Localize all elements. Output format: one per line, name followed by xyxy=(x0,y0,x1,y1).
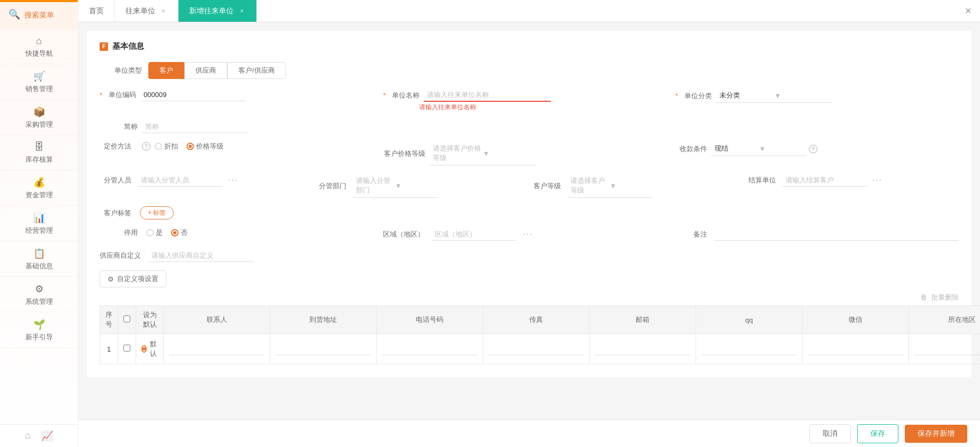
cancel-button[interactable]: 取消 xyxy=(809,424,851,443)
add-tag-button[interactable]: + 标签 xyxy=(140,206,174,220)
gear-small-icon: ⚙ xyxy=(108,275,114,283)
row-address-input[interactable] xyxy=(275,343,371,355)
settlement-unit-input[interactable] xyxy=(782,174,867,187)
sidebar-item-label: 系统管理 xyxy=(25,297,53,306)
sidebar-item-purchase[interactable]: 📦 采购管理 xyxy=(0,100,78,135)
remark-input[interactable] xyxy=(715,228,959,241)
tab-new-partner-close[interactable]: × xyxy=(238,6,246,16)
tab-partners[interactable]: 往来单位 × xyxy=(115,0,179,22)
row-region-cell xyxy=(909,334,981,364)
col-contact: 联系人 xyxy=(164,306,270,334)
form-row-5: 客户标签 + 标签 xyxy=(100,206,959,220)
chevron-down-icon-5: ▼ xyxy=(610,182,649,190)
col-wechat: 微信 xyxy=(803,306,909,334)
tab-close-all-button[interactable]: ✕ xyxy=(956,0,980,22)
gear-icon: ⚙ xyxy=(35,283,43,295)
manager-more-btn[interactable]: ··· xyxy=(225,176,241,185)
row-default-radio[interactable]: 默认 xyxy=(141,339,158,358)
sidebar-item-basic-info[interactable]: 📋 基础信息 xyxy=(0,241,78,277)
row-checkbox[interactable] xyxy=(123,345,130,352)
radio-dot-discount xyxy=(155,143,162,150)
row-fax-input[interactable] xyxy=(488,343,584,355)
row-contact-input[interactable] xyxy=(169,343,264,355)
chevron-down-icon-2: ▼ xyxy=(483,150,532,157)
col-address: 到货地址 xyxy=(270,306,377,334)
unit-btn-supplier[interactable]: 供应商 xyxy=(184,62,227,79)
unit-btn-customer[interactable]: 客户 xyxy=(148,62,184,79)
settlement-unit-label: 结算单位 xyxy=(744,176,776,185)
short-name-input[interactable] xyxy=(142,120,248,133)
col-region: 所在地区 xyxy=(909,306,981,334)
manager-input[interactable] xyxy=(138,174,222,187)
radio-discount[interactable]: 折扣 xyxy=(155,142,178,151)
radio-discount-label: 折扣 xyxy=(164,142,178,151)
customer-level-label: 客户等级 xyxy=(529,181,561,191)
tab-new-partner-label: 新增往来单位 xyxy=(189,6,234,16)
save-new-button[interactable]: 保存并新增 xyxy=(905,425,967,443)
sidebar-item-operations[interactable]: 📊 经营管理 xyxy=(0,206,78,241)
radio-dot-no xyxy=(171,229,179,236)
unit-name-label: 单位名称 xyxy=(388,91,420,100)
row-region-input[interactable] xyxy=(914,343,980,355)
region-input[interactable] xyxy=(432,228,516,241)
sidebar-item-finance[interactable]: 💰 资金管理 xyxy=(0,170,78,206)
radio-no-label: 否 xyxy=(181,228,188,238)
region-more-btn[interactable]: ··· xyxy=(520,230,536,239)
sidebar-item-inventory[interactable]: 🗄 库存核算 xyxy=(0,135,78,170)
radio-yes[interactable]: 是 xyxy=(146,228,163,238)
unit-btn-both[interactable]: 客户/供应商 xyxy=(227,62,286,79)
table-row: 1 默认 xyxy=(100,334,981,364)
sidebar-item-quick-nav[interactable]: ⌂ 快捷导航 xyxy=(0,29,78,64)
row-seq: 1 xyxy=(100,334,118,364)
row-wechat-input[interactable] xyxy=(808,343,903,355)
radio-no[interactable]: 否 xyxy=(171,228,188,238)
help-icon-payment[interactable]: ? xyxy=(809,145,817,153)
bottom-home-icon: ⌂ xyxy=(25,430,31,441)
department-select[interactable]: 请输入分管部门 ▼ xyxy=(353,174,438,198)
help-icon-pricing[interactable]: ? xyxy=(142,142,150,151)
radio-price-level[interactable]: 价格等级 xyxy=(186,142,224,151)
supplier-custom-input[interactable] xyxy=(148,249,254,262)
settlement-unit-field: 结算单位 ··· xyxy=(744,174,959,187)
col-email: 邮箱 xyxy=(590,306,696,334)
save-button[interactable]: 保存 xyxy=(857,424,898,443)
row-qq-input[interactable] xyxy=(701,343,797,355)
basic-info-card: F 基本信息 单位类型 客户 供应商 客户/供应商 * 单位编码 * xyxy=(87,31,972,377)
sidebar-bottom-chart[interactable]: 📈 xyxy=(41,430,53,442)
money-icon: 💰 xyxy=(33,177,45,188)
payment-terms-select[interactable]: 现结 ▼ xyxy=(711,142,807,156)
custom-settings-button[interactable]: ⚙ 自定义项设置 xyxy=(100,270,166,287)
tab-partners-close[interactable]: × xyxy=(159,6,167,16)
disabled-field: 停用 是 否 xyxy=(100,228,383,238)
sidebar-item-system[interactable]: ⚙ 系统管理 xyxy=(0,277,78,312)
sidebar-item-search[interactable]: 🔍 搜索菜单 xyxy=(0,2,78,29)
unit-category-select[interactable]: 未分类 ▼ xyxy=(716,89,833,103)
settlement-more-btn[interactable]: ··· xyxy=(869,176,886,185)
customer-level-placeholder: 请选择客户等级 xyxy=(571,176,610,195)
home-icon: ⌂ xyxy=(36,36,42,47)
unit-name-error: 请输入往来单位名称 xyxy=(419,103,476,112)
clipboard-icon: 📋 xyxy=(33,248,45,259)
batch-delete-area: 🗑 批量删除 xyxy=(100,293,959,302)
customer-tag-field: 客户标签 + 标签 xyxy=(100,206,959,220)
row-default-label: 默认 xyxy=(149,339,158,358)
tab-bar: 首页 往来单位 × 新增往来单位 × ✕ xyxy=(78,0,980,22)
main-content: 首页 往来单位 × 新增往来单位 × ✕ F 基本信息 单位类型 客户 供应商 xyxy=(78,0,980,447)
customer-price-level-select[interactable]: 请选择客户价格等级 ▼ xyxy=(430,142,536,165)
sidebar-item-sales[interactable]: 🛒 销售管理 xyxy=(0,64,78,100)
col-qq: qq xyxy=(696,306,803,334)
customer-level-select[interactable]: 请选择客户等级 ▼ xyxy=(567,174,652,198)
sidebar-item-label: 库存核算 xyxy=(25,155,53,164)
batch-delete-label[interactable]: 批量删除 xyxy=(931,293,959,301)
unit-category-field: * 单位分类 未分类 ▼ xyxy=(675,89,959,103)
sidebar-item-newbie[interactable]: 🌱 新手引导 xyxy=(0,312,78,348)
tab-home[interactable]: 首页 xyxy=(78,0,115,22)
tab-new-partner[interactable]: 新增往来单位 × xyxy=(179,0,257,22)
select-all-checkbox[interactable] xyxy=(123,315,130,322)
region-field: 区域（地区） ··· xyxy=(383,228,675,241)
sidebar-bottom-home[interactable]: ⌂ xyxy=(25,430,31,442)
row-email-input[interactable] xyxy=(595,343,690,355)
unit-code-input[interactable] xyxy=(140,89,246,101)
unit-name-input[interactable] xyxy=(424,89,551,102)
row-phone-input[interactable] xyxy=(382,343,477,355)
